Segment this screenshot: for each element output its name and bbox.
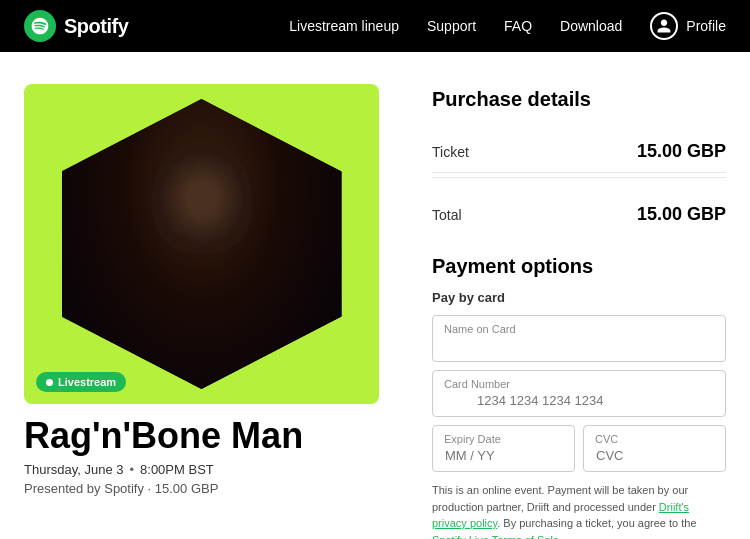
logo[interactable]: Spotify — [24, 10, 128, 42]
event-date-text: Thursday, June 3 — [24, 462, 123, 477]
artist-name: Rag'n'Bone Man — [24, 416, 384, 456]
total-label: Total — [432, 207, 462, 223]
total-amount: 15.00 GBP — [637, 204, 726, 225]
livestream-badge: Livestream — [36, 372, 126, 392]
livestream-badge-dot — [46, 379, 53, 386]
ticket-label: Ticket — [432, 144, 469, 160]
event-date: Thursday, June 3 • 8:00PM BST — [24, 462, 384, 477]
nav-item-faq[interactable]: FAQ — [504, 18, 532, 34]
presented-by: Presented by Spotify · 15.00 GBP — [24, 481, 384, 496]
profile-icon — [650, 12, 678, 40]
ticket-row: Ticket 15.00 GBP — [432, 131, 726, 173]
logo-text: Spotify — [64, 15, 128, 38]
livestream-badge-text: Livestream — [58, 376, 116, 388]
expiry-field: Expiry Date — [432, 425, 575, 472]
artist-image-wrapper: Livestream — [24, 84, 379, 404]
nav-item-support[interactable]: Support — [427, 18, 476, 34]
dot-separator: • — [129, 462, 134, 477]
cvc-input[interactable] — [583, 425, 726, 472]
name-on-card-input[interactable] — [432, 315, 726, 362]
nav-item-livestream[interactable]: Livestream lineup — [289, 18, 399, 34]
cvc-field: CVC — [583, 425, 726, 472]
pay-by-card-label: Pay by card — [432, 290, 726, 305]
divider — [432, 177, 726, 178]
artist-silhouette — [62, 99, 342, 389]
artist-image — [62, 99, 342, 389]
profile-label[interactable]: Profile — [686, 18, 726, 34]
header: Spotify Livestream lineup Support FAQ Do… — [0, 0, 750, 52]
legal-text-mid: . By purchasing a ticket, you agree to t… — [497, 517, 696, 529]
left-column: Livestream Rag'n'Bone Man Thursday, June… — [24, 84, 384, 539]
card-number-input[interactable] — [432, 370, 726, 417]
legal-text-end: . — [559, 534, 562, 540]
payment-title: Payment options — [432, 255, 726, 278]
total-row: Total 15.00 GBP — [432, 194, 726, 235]
spotify-logo-icon — [24, 10, 56, 42]
main-nav: Livestream lineup Support FAQ Download P… — [289, 12, 726, 40]
name-on-card-field: Name on Card — [432, 315, 726, 362]
legal-link-terms[interactable]: Spotify Live Terms of Sale — [432, 534, 559, 540]
card-number-field: Card Number — [432, 370, 726, 417]
purchase-title: Purchase details — [432, 88, 726, 111]
legal-text: This is an online event. Payment will be… — [432, 482, 726, 539]
profile-nav[interactable]: Profile — [650, 12, 726, 40]
expiry-input[interactable] — [432, 425, 575, 472]
expiry-cvc-row: Expiry Date CVC — [432, 425, 726, 472]
right-column: Purchase details Ticket 15.00 GBP Total … — [432, 84, 726, 539]
legal-text-plain: This is an online event. Payment will be… — [432, 484, 688, 513]
event-time-text: 8:00PM BST — [140, 462, 214, 477]
main-content: Livestream Rag'n'Bone Man Thursday, June… — [0, 52, 750, 539]
ticket-amount: 15.00 GBP — [637, 141, 726, 162]
nav-item-download[interactable]: Download — [560, 18, 622, 34]
